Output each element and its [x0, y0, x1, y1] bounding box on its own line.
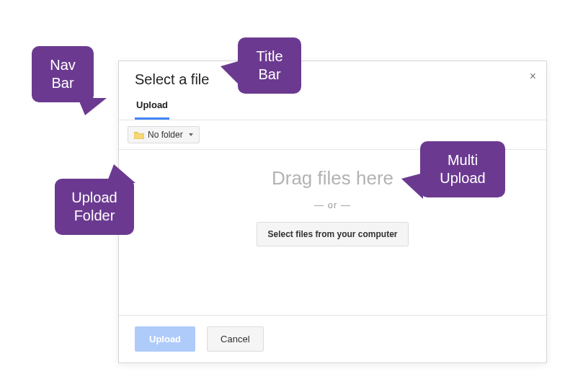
cancel-button[interactable]: Cancel — [207, 326, 263, 352]
chevron-down-icon — [189, 133, 193, 136]
callout-multi-upload: Multi Upload — [420, 141, 505, 197]
folder-label: No folder — [148, 130, 183, 140]
callout-tail-icon — [401, 173, 423, 199]
tab-upload[interactable]: Upload — [135, 94, 169, 120]
callout-label: Multi Upload — [440, 152, 485, 186]
folder-icon — [134, 131, 144, 139]
callout-upload-folder: Upload Folder — [55, 179, 134, 235]
dialog-footer: Upload Cancel — [119, 315, 546, 362]
callout-tail-icon — [221, 61, 241, 86]
tab-bar: Upload — [119, 94, 546, 120]
callout-nav-bar: Nav Bar — [32, 46, 94, 102]
select-files-button[interactable]: Select files from your computer — [257, 222, 408, 246]
callout-title-bar: Title Bar — [238, 37, 301, 94]
callout-tail-icon — [107, 164, 135, 183]
dialog-title: Select a file — [119, 61, 546, 94]
callout-label: Nav Bar — [50, 57, 76, 91]
upload-button[interactable]: Upload — [135, 326, 195, 352]
callout-label: Upload Folder — [71, 190, 117, 223]
file-picker-dialog: × Select a file Upload No folder Drag fi… — [118, 61, 547, 363]
folder-select-button[interactable]: No folder — [128, 126, 200, 143]
callout-label: Title Bar — [256, 48, 282, 82]
or-divider: — or — — [119, 200, 546, 210]
close-icon[interactable]: × — [530, 71, 536, 82]
callout-tail-icon — [78, 98, 107, 115]
